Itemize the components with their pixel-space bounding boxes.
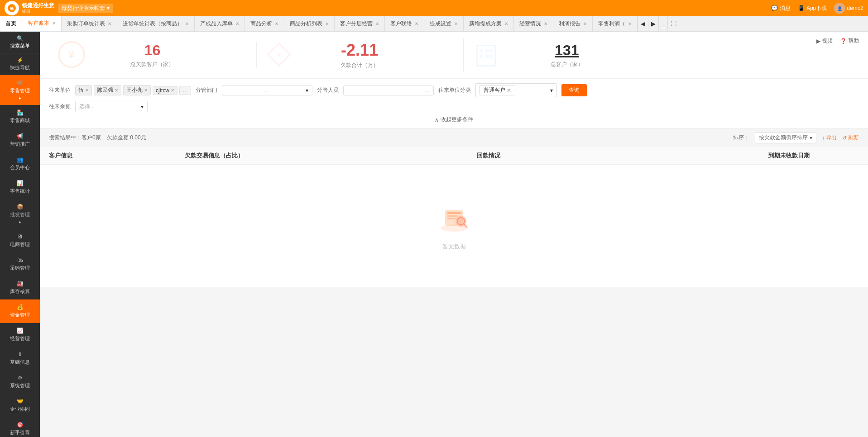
retail-stats-icon: 📊: [17, 180, 24, 186]
tab-promotion-settings[interactable]: 提成设置 ✕: [424, 16, 464, 32]
sidebar-search[interactable]: 🔍 搜索菜单: [0, 32, 40, 53]
tab-prev-button[interactable]: ◀: [638, 16, 648, 32]
tab-purchase-order-label: 采购订单统计表: [67, 20, 105, 28]
category-filter-select[interactable]: 普通客户 ✕ ▾: [475, 83, 557, 97]
tab-purchase-order[interactable]: 采购订单统计表 ✕: [62, 16, 117, 32]
sidebar-item-operations-mgmt[interactable]: 📈 经营管理: [0, 323, 40, 347]
sidebar-item-member[interactable]: 👥 会员中心: [0, 152, 40, 176]
close-icon[interactable]: ✕: [52, 21, 56, 26]
close-icon[interactable]: ✕: [583, 21, 587, 26]
table-header-duedate: 到期未收款日期: [768, 152, 859, 160]
unit-tag-chen-close[interactable]: ✕: [115, 88, 118, 93]
refresh-label: 刷新: [848, 134, 859, 142]
sidebar-item-inventory[interactable]: 🏭 库存核算: [0, 276, 40, 299]
app-name: 畅捷通好生意: [22, 2, 54, 9]
dots-icon: …: [424, 87, 430, 94]
dots-icon: …: [263, 87, 269, 94]
dept-filter-select[interactable]: … ▾: [222, 86, 312, 95]
unit-tag-wang-close[interactable]: ✕: [144, 88, 148, 93]
sidebar-item-marketing[interactable]: 📢 营销推广: [0, 128, 40, 152]
app-download-button[interactable]: 📱 App下载: [798, 5, 827, 12]
tab-retail-profit[interactable]: 零售利润（ ✕: [593, 16, 638, 32]
sidebar-item-retail-stats[interactable]: 📊 零售统计: [0, 176, 40, 199]
logo-icon: 畅: [5, 1, 19, 15]
main-area: 🔍 搜索菜单 ⚡ 快捷导航 🛒 零售管理 ▸ 🏪 零售商城 📢 营销推广: [0, 32, 868, 437]
tab-customer-account[interactable]: 客户账本 ✕: [22, 16, 62, 32]
filter-collapse-button[interactable]: ∧ 收起更多条件: [435, 116, 473, 124]
tab-home[interactable]: 首页: [0, 16, 22, 32]
sidebar-item-system[interactable]: ⚙ 系统管理: [0, 370, 40, 394]
close-icon[interactable]: ✕: [504, 21, 508, 26]
tab-maximize-button[interactable]: ⛶: [667, 16, 679, 32]
sidebar-retail-stats-label: 零售统计: [10, 188, 30, 195]
tab-operations[interactable]: 经营情况 ✕: [514, 16, 553, 32]
sidebar-item-retail-mall[interactable]: 🏪 零售商城: [0, 105, 40, 128]
close-icon[interactable]: ✕: [108, 21, 111, 26]
tab-promotion-settings-label: 提成设置: [430, 20, 451, 28]
query-button[interactable]: 查询: [561, 84, 587, 96]
tab-product-analysis[interactable]: 商品分析 ✕: [245, 16, 284, 32]
category-tag-close[interactable]: ✕: [507, 87, 511, 94]
message-button[interactable]: 💬 消息: [771, 5, 791, 12]
svg-rect-12: [480, 54, 483, 58]
sidebar-item-wholesale[interactable]: 📦 批发管理 ▸: [0, 199, 40, 229]
close-icon[interactable]: ✕: [415, 21, 418, 26]
export-button[interactable]: ↑ 导出: [822, 134, 837, 142]
sidebar-quicknav[interactable]: ⚡ 快捷导航: [0, 53, 40, 75]
tab-product-analysis-list[interactable]: 商品分析列表 ✕: [284, 16, 335, 32]
sidebar-operations-mgmt-label: 经营管理: [10, 335, 30, 342]
sidebar-item-purchase[interactable]: 🛍 采购管理: [0, 252, 40, 276]
content-area: ¥ 16 总欠款客户（家） ✦: [40, 32, 868, 437]
operations-mgmt-icon: 📈: [17, 328, 24, 334]
stats-bar: ¥ 16 总欠款客户（家） ✦: [40, 32, 868, 79]
sidebar-item-ecommerce[interactable]: 🖥 电商管理: [0, 229, 40, 252]
tab-customer-tier-label: 客户分层经营: [340, 20, 373, 28]
tenant-selector[interactable]: 母婴行业演示帐套 ▾: [58, 4, 113, 13]
sidebar-wholesale-label: 批发管理: [10, 211, 30, 218]
svg-rect-13: [485, 54, 489, 58]
tab-next-button[interactable]: ▶: [648, 16, 658, 32]
tab-profit-report[interactable]: 利润报告 ✕: [553, 16, 593, 32]
tab-customer-account-label: 客户账本: [28, 19, 49, 27]
close-icon[interactable]: ✕: [544, 21, 547, 26]
stat-total-customers-value[interactable]: 131: [551, 42, 583, 59]
tab-inbound-stats[interactable]: 进货单统计表（按商品） ✕: [117, 16, 195, 32]
close-icon[interactable]: ✕: [235, 21, 239, 26]
sidebar-item-enterprise[interactable]: 🤝 企业协同: [0, 394, 40, 417]
sort-select[interactable]: 按欠款金额倒序排序 ▾: [755, 132, 816, 143]
tab-new-promotion[interactable]: 新增提成方案 ✕: [464, 16, 514, 32]
unit-tag-cjttcw-close[interactable]: ✕: [171, 88, 174, 93]
refresh-button[interactable]: ↺ 刷新: [842, 134, 859, 142]
sidebar-item-basic-info[interactable]: ℹ 基础信息: [0, 347, 40, 370]
close-icon[interactable]: ✕: [454, 21, 458, 26]
member-icon: 👥: [17, 157, 24, 163]
close-icon[interactable]: ✕: [325, 21, 329, 26]
video-button[interactable]: ▶ 视频: [816, 37, 833, 45]
unit-tag-wu-close[interactable]: ✕: [85, 88, 89, 93]
tab-customer-contact[interactable]: 客户联络 ✕: [385, 16, 424, 32]
tab-customer-tier[interactable]: 客户分层经营 ✕: [335, 16, 385, 32]
sidebar-item-guide[interactable]: 🎯 新手引导: [0, 417, 40, 437]
close-icon[interactable]: ✕: [275, 21, 278, 26]
tab-operations-label: 经营情况: [519, 20, 541, 28]
svg-rect-10: [485, 49, 489, 52]
data-table: 客户信息 欠款交易信息（占比） 回款情况 到期未收款日期: [40, 147, 868, 287]
close-icon[interactable]: ✕: [375, 21, 379, 26]
stat-customers-value: 16: [130, 42, 174, 59]
sidebar-item-capital[interactable]: 💰 资金管理: [0, 299, 40, 323]
tab-product-inbound[interactable]: 产成品入库单 ✕: [195, 16, 245, 32]
money-bg-icon: ¥: [58, 41, 85, 68]
person-filter-select[interactable]: …: [343, 86, 434, 95]
empty-label: 暂无数据: [442, 242, 466, 251]
sidebar-marketing-label: 营销推广: [10, 141, 30, 147]
help-button[interactable]: ❓ 帮助: [840, 37, 859, 45]
close-icon[interactable]: ✕: [185, 21, 189, 26]
user-profile-button[interactable]: 👤 demo2: [834, 3, 863, 14]
sidebar-item-retail-mgmt[interactable]: 🛒 零售管理 ▸: [0, 75, 40, 105]
avatar: 👤: [834, 3, 845, 14]
tab-minimize-button[interactable]: _: [658, 16, 667, 32]
unit-tag-more[interactable]: …: [179, 86, 191, 95]
close-icon[interactable]: ✕: [628, 21, 632, 26]
sidebar-member-label: 会员中心: [10, 164, 30, 171]
amount-filter-select[interactable]: 选择... ▾: [75, 101, 148, 112]
